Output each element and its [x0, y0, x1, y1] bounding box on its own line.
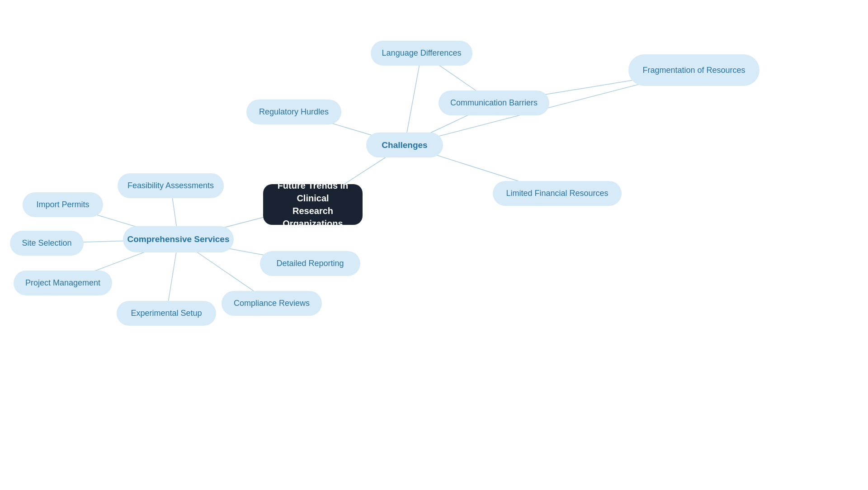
compliance-reviews-label: Compliance Reviews — [234, 299, 310, 308]
leaf-fragmentation-of-resources[interactable]: Fragmentation of Resources — [628, 54, 760, 86]
leaf-site-selection[interactable]: Site Selection — [10, 231, 84, 256]
comprehensive-services-label: Comprehensive Services — [127, 234, 230, 244]
leaf-language-differences[interactable]: Language Differences — [371, 41, 472, 66]
leaf-limited-financial-resources[interactable]: Limited Financial Resources — [493, 181, 622, 206]
feasibility-label: Feasibility Assessments — [127, 181, 214, 190]
leaf-regulatory-hurdles[interactable]: Regulatory Hurdles — [246, 100, 341, 124]
communication-barriers-label: Communication Barriers — [450, 98, 538, 108]
center-node[interactable]: Future Trends in Clinical Research Organ… — [263, 184, 363, 225]
regulatory-hurdles-label: Regulatory Hurdles — [259, 107, 329, 117]
detailed-reporting-label: Detailed Reporting — [276, 259, 344, 268]
center-label: Future Trends in Clinical Research Organ… — [276, 179, 350, 230]
limited-financial-label: Limited Financial Resources — [506, 189, 608, 198]
leaf-feasibility-assessments[interactable]: Feasibility Assessments — [118, 173, 224, 198]
svg-line-2 — [405, 53, 422, 145]
branch-comprehensive-services[interactable]: Comprehensive Services — [123, 226, 234, 252]
branch-challenges[interactable]: Challenges — [366, 133, 443, 157]
project-management-label: Project Management — [25, 278, 100, 288]
site-selection-label: Site Selection — [22, 238, 71, 248]
experimental-setup-label: Experimental Setup — [131, 309, 202, 318]
language-differences-label: Language Differences — [382, 48, 462, 58]
leaf-import-permits[interactable]: Import Permits — [23, 192, 103, 217]
mindmap-container: Future Trends in Clinical Research Organ… — [0, 0, 868, 490]
leaf-detailed-reporting[interactable]: Detailed Reporting — [260, 251, 360, 276]
import-permits-label: Import Permits — [36, 200, 89, 209]
fragmentation-label: Fragmentation of Resources — [642, 66, 745, 75]
challenges-label: Challenges — [382, 140, 427, 150]
leaf-experimental-setup[interactable]: Experimental Setup — [117, 301, 216, 326]
leaf-compliance-reviews[interactable]: Compliance Reviews — [222, 291, 322, 316]
leaf-communication-barriers[interactable]: Communication Barriers — [439, 90, 549, 115]
leaf-project-management[interactable]: Project Management — [14, 271, 112, 295]
